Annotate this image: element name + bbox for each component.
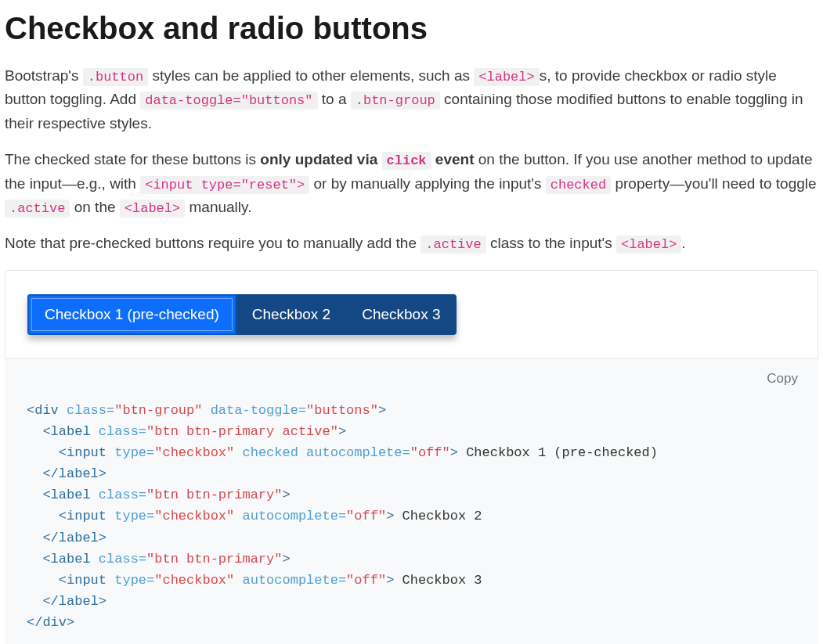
paragraph-2: The checked state for these buttons is o… [5, 148, 818, 219]
checkbox-1-button[interactable]: Checkbox 1 (pre-checked) [27, 294, 236, 336]
code-token: class= [91, 487, 146, 502]
checkbox-2-button[interactable]: Checkbox 2 [236, 294, 346, 336]
code-token: Checkbox 2 [394, 509, 482, 523]
code-token: > [450, 445, 458, 460]
code-inline: .btn-group [351, 92, 440, 110]
code-token: data-toggle= [202, 403, 306, 418]
code-token: "btn btn-primary" [146, 552, 282, 567]
text: on the [70, 199, 119, 215]
code-token: "btn btn-primary active" [146, 424, 338, 439]
strong-text: only updated via click event [260, 151, 474, 167]
code-inline: data-toggle="buttons" [140, 92, 317, 110]
code-token: <label [27, 487, 91, 502]
code-token: "checkbox" [154, 573, 234, 588]
code-token: "btn-group" [114, 403, 202, 418]
text: class to the input's [486, 235, 616, 251]
text: The checked state for these buttons is [5, 151, 260, 167]
page-title: Checkbox and radio buttons [5, 5, 818, 52]
code-token: </label> [27, 594, 106, 609]
text: to a [318, 91, 351, 107]
code-token: <input [27, 445, 106, 460]
code-token: autocomplete= [234, 573, 346, 588]
code-token: Checkbox 3 [394, 573, 482, 588]
code-token: </div> [27, 615, 74, 630]
code-inline: .active [5, 200, 70, 218]
checkbox-3-button[interactable]: Checkbox 3 [346, 294, 456, 336]
code-token: "btn btn-primary" [146, 487, 282, 502]
code-inline: <label> [616, 236, 681, 254]
code-token: <label [27, 552, 91, 567]
text: Note that pre-checked buttons require yo… [5, 235, 421, 251]
code-token: class= [91, 424, 146, 439]
code-block: Copy<div class="btn-group" data-toggle="… [5, 359, 818, 644]
text: manually. [185, 199, 251, 215]
code-inline: <input type="reset"> [140, 176, 309, 194]
code-token: > [338, 424, 346, 439]
code-token: > [386, 573, 394, 588]
code-inline: <label> [474, 68, 539, 86]
code-token: class= [59, 403, 114, 418]
code-inline: <label> [120, 200, 185, 218]
example-container: Checkbox 1 (pre-checked) Checkbox 2 Chec… [5, 270, 818, 360]
code-token: type= [106, 445, 154, 460]
code-token: "checkbox" [154, 445, 234, 460]
text: Bootstrap's [5, 67, 83, 84]
code-inline: .button [83, 68, 148, 86]
code-token: "buttons" [306, 403, 378, 418]
text: or by manually applying the input's [309, 175, 545, 192]
text: . [681, 235, 685, 251]
text: styles can be applied to other elements,… [148, 67, 474, 84]
code-token: <input [27, 573, 106, 588]
code-token: > [386, 509, 394, 523]
code-inline: .active [421, 236, 485, 254]
code-token: autocomplete= [234, 509, 346, 523]
code-token: <input [27, 509, 106, 523]
code-token: > [282, 552, 290, 567]
code-token: "off" [346, 573, 386, 588]
paragraph-3: Note that pre-checked buttons require yo… [5, 232, 818, 255]
code-token: type= [106, 509, 154, 523]
code-token: </label> [27, 531, 106, 545]
code-token: > [282, 487, 290, 502]
code-token: > [378, 403, 386, 418]
text: property—you'll need to toggle [611, 175, 816, 192]
code-token: "checkbox" [154, 509, 234, 523]
copy-button[interactable]: Copy [762, 370, 803, 387]
code-inline: checked [546, 176, 611, 194]
code-token: </label> [27, 466, 106, 481]
code-token: "off" [410, 445, 450, 460]
paragraph-1: Bootstrap's .button styles can be applie… [5, 64, 818, 135]
button-group: Checkbox 1 (pre-checked) Checkbox 2 Chec… [27, 294, 457, 336]
code-token: checked autocomplete= [234, 445, 410, 460]
code-token: <label [27, 424, 91, 439]
code-token: Checkbox 1 (pre-checked) [458, 445, 658, 460]
code-token: type= [106, 573, 154, 588]
code-token: <div [27, 403, 59, 418]
code-inline: click [382, 152, 431, 170]
code-token: class= [91, 552, 146, 567]
code-token: "off" [346, 509, 386, 523]
